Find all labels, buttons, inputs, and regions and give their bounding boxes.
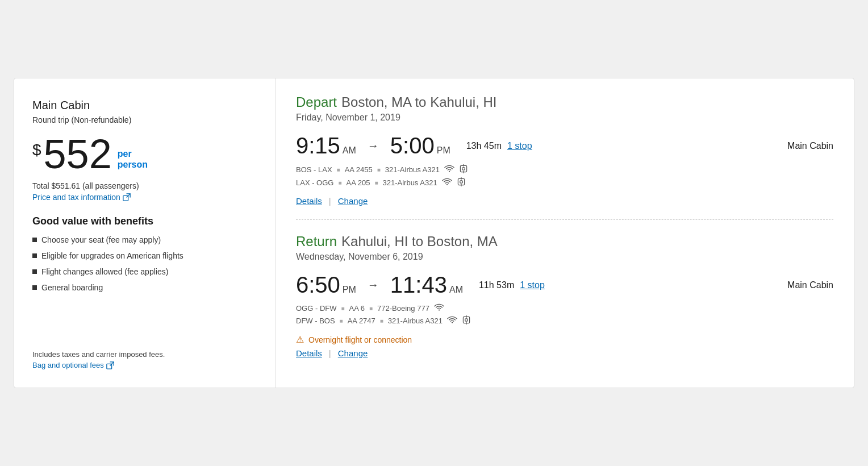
svg-rect-12 (463, 317, 469, 323)
wifi-icon (434, 303, 444, 313)
depart-change-button[interactable]: Change (338, 196, 368, 206)
dollar-sign: $ (32, 134, 41, 160)
pipe-separator: | (329, 196, 331, 206)
svg-point-15 (465, 319, 468, 322)
segment-route: DFW - BOS (296, 317, 335, 325)
segment-aircraft: 321-Airbus A321 (385, 165, 440, 174)
duration-block: 13h 45m 1 stop (466, 141, 532, 151)
return-route-label: Kahului, HI to Boston, MA (341, 234, 498, 249)
arrow-icon: → (368, 278, 379, 292)
arrive-time: 5:00 (390, 133, 435, 159)
segment-flight: AA 6 (349, 304, 365, 313)
dot-separator: ■ (338, 180, 341, 186)
per-person: perperson (118, 148, 148, 174)
benefit-item: Flight changes allowed (fee applies) (32, 267, 257, 276)
return-arrive-time: 11:43 (390, 272, 447, 298)
benefit-item: Choose your seat (fee may apply) (32, 235, 257, 244)
depart-direction-label: Depart (296, 94, 337, 110)
warning-icon: ⚠ (296, 334, 304, 345)
return-duration-text: 11h 53m (479, 280, 514, 290)
depart-time-block: 9:15 AM (296, 133, 356, 159)
bullet-icon (32, 238, 37, 242)
depart-segments: BOS - LAX ■ AA 2455 ■ 321-Airbus A321 (296, 164, 833, 188)
depart-times-row: 9:15 AM → 5:00 PM 13h 45m 1 stop Main Ca… (296, 133, 833, 159)
arrive-ampm: PM (437, 145, 450, 156)
depart-section: Depart Boston, MA to Kahului, HI Friday,… (296, 94, 833, 219)
depart-date: Friday, November 1, 2019 (296, 113, 833, 123)
return-direction-label: Return (296, 234, 337, 249)
benefit-item: General boarding (32, 283, 257, 292)
wifi-icon (442, 178, 452, 188)
power-icon (457, 177, 466, 188)
segment-flight: AA 205 (347, 178, 370, 187)
svg-point-11 (460, 181, 462, 184)
segment-route: OGG - DFW (296, 304, 337, 313)
wifi-icon (444, 165, 454, 174)
wifi-icon (447, 316, 457, 326)
right-panel: Depart Boston, MA to Kahului, HI Friday,… (276, 78, 854, 388)
bag-fees-link[interactable]: Bag and optional fees (32, 361, 257, 369)
bullet-icon (32, 269, 37, 274)
svg-rect-4 (460, 165, 466, 172)
overnight-warning: ⚠ Overnight flight or connection (296, 334, 833, 345)
overnight-text: Overnight flight or connection (308, 335, 412, 344)
return-depart-time-block: 6:50 PM (296, 272, 356, 298)
depart-details-button[interactable]: Details (296, 196, 322, 206)
benefits-title: Good value with benefits (32, 215, 257, 227)
dot-separator: ■ (369, 305, 373, 311)
dot-separator: ■ (337, 167, 340, 173)
footer-section: Includes taxes and carrier imposed fees.… (32, 332, 257, 369)
includes-text: Includes taxes and carrier imposed fees. (32, 350, 257, 359)
segment-row: OGG - DFW ■ AA 6 ■ 772-Boeing 777 (296, 303, 833, 313)
bullet-icon (32, 253, 37, 258)
return-section: Return Kahului, HI to Boston, MA Wednesd… (296, 234, 833, 372)
section-divider (296, 219, 833, 220)
segment-route: LAX - OGG (296, 178, 333, 187)
return-arrive-time-block: 11:43 AM (390, 272, 463, 298)
segment-aircraft: 321-Airbus A321 (388, 317, 443, 325)
segment-flight: AA 2747 (348, 317, 375, 325)
return-times-row: 6:50 PM → 11:43 AM 11h 53m 1 stop Main C… (296, 272, 833, 298)
svg-point-7 (462, 168, 465, 170)
stops-link[interactable]: 1 stop (507, 141, 532, 151)
pipe-separator: | (329, 348, 331, 358)
cabin-title: Main Cabin (32, 99, 257, 112)
flight-card: Main Cabin Round trip (Non-refundable) $… (14, 78, 854, 388)
external-link-icon (106, 361, 114, 369)
segment-row: DFW - BOS ■ AA 2747 ■ 321-Airbus A321 (296, 315, 833, 326)
segment-route: BOS - LAX (296, 165, 332, 174)
benefit-item: Eligible for upgrades on American flight… (32, 251, 257, 260)
bullet-icon (32, 285, 37, 290)
arrow-icon: → (368, 139, 379, 152)
cabin-class: Main Cabin (787, 141, 833, 151)
segment-row: BOS - LAX ■ AA 2455 ■ 321-Airbus A321 (296, 164, 833, 175)
return-depart-ampm: PM (343, 285, 356, 295)
return-date: Wednesday, November 6, 2019 (296, 252, 833, 262)
return-stops-link[interactable]: 1 stop (520, 280, 545, 290)
duration-text: 13h 45m (466, 141, 502, 151)
benefits-list: Choose your seat (fee may apply) Eligibl… (32, 235, 257, 332)
external-link-icon (123, 193, 131, 201)
return-duration-block: 11h 53m 1 stop (479, 280, 545, 290)
tax-info-link[interactable]: Price and tax information (32, 193, 257, 202)
power-icon (462, 315, 471, 326)
dot-separator: ■ (377, 167, 381, 173)
depart-actions-row: Details | Change (296, 196, 833, 206)
return-cabin-class: Main Cabin (787, 280, 833, 290)
segment-flight: AA 2455 (345, 165, 373, 174)
power-icon (459, 164, 468, 175)
return-segments: OGG - DFW ■ AA 6 ■ 772-Boeing 777 (296, 303, 833, 326)
dot-separator: ■ (340, 318, 343, 324)
return-actions-row: Details | Change (296, 348, 833, 358)
trip-type: Round trip (Non-refundable) (32, 115, 257, 124)
dot-separator: ■ (374, 180, 378, 186)
segment-aircraft: 321-Airbus A321 (383, 178, 437, 187)
return-change-button[interactable]: Change (338, 348, 368, 358)
segment-row: LAX - OGG ■ AA 205 ■ 321-Airbus A321 (296, 177, 833, 188)
return-details-button[interactable]: Details (296, 348, 322, 358)
return-header: Return Kahului, HI to Boston, MA (296, 234, 833, 249)
dot-separator: ■ (380, 318, 383, 324)
total-price: Total $551.61 (all passengers) (32, 181, 257, 190)
price-amount: 552 (44, 134, 112, 174)
price-row: $ 552 perperson (32, 134, 257, 174)
